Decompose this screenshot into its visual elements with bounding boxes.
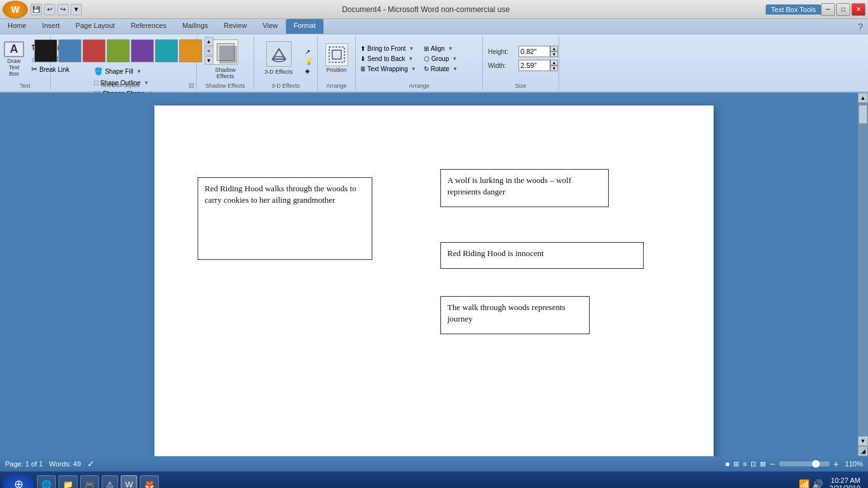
width-row: Width: ▲ ▼ [488,60,558,71]
width-spin-up[interactable]: ▲ [550,60,558,65]
three-d-icon [266,41,292,67]
shape-fill-button[interactable]: 🪣 Shape Fill ▼ [92,66,155,77]
undo-quick-btn[interactable]: ↩ [44,4,55,15]
scroll-down-arrow[interactable]: ▼ [858,436,868,446]
swatch-purple[interactable] [131,39,154,62]
taskbar-word[interactable]: W [121,475,137,488]
start-button[interactable]: ⊕ [3,474,34,488]
word-count: Words: 49 [49,460,81,468]
taskbar: ⊕ 🌐 📁 🎮 ⚠ W 🦊 📶 🔊 10:27 AM 2/21/2010 [0,471,868,488]
view-read-btn[interactable]: ≡ [743,460,747,468]
swatch-teal[interactable] [155,39,178,62]
width-input[interactable] [519,60,550,71]
scroll-up-arrow[interactable]: ▲ [858,93,868,103]
tab-review[interactable]: Review [216,19,255,34]
shadow-effects-label: Shadow Effects [209,67,242,80]
textbox-journey[interactable]: The walk through woods represents journe… [440,296,590,334]
view-normal-btn[interactable]: ■ [725,460,729,468]
textbox-styles-label: Text Box Styles ⊡ [51,82,196,89]
textbox-styles-expand[interactable]: ⊡ [189,82,194,89]
zoom-plus-btn[interactable]: + [834,459,839,469]
send-to-back-button[interactable]: ⬇ Send to Back ▼ [358,54,418,64]
close-button[interactable]: ✕ [851,3,865,16]
system-tray-icons: 📶 🔊 [795,479,827,488]
swatch-black[interactable] [34,39,57,62]
swatch-red[interactable] [83,39,105,62]
align-button[interactable]: ⊞ Align ▼ [422,44,459,53]
size-group: Height: ▲ ▼ Width: [483,36,559,90]
vertical-scrollbar[interactable]: ▲ ▼ ◢ [858,93,868,456]
group-button[interactable]: ⬡ Group ▼ [422,54,459,64]
three-d-label: 3-D Effects [264,69,292,76]
group-expand: ▼ [452,56,457,62]
rotate-expand: ▼ [452,66,458,72]
three-d-button[interactable]: 3-D Effects [257,39,301,78]
quick-access-toolbar: 💾 ↩ ↪ ▼ [31,4,82,15]
textbox-red-riding-hood-walks[interactable]: Red Riding Hood walks through the woods … [198,177,372,260]
context-tab-label: Text Box Tools [766,4,821,15]
arrange-col-1: ⬆ Bring to Front ▼ ⬇ Send to Back ▼ ≣ Te… [358,44,418,74]
height-spin-down[interactable]: ▼ [550,51,558,57]
position-group: Position Arrange [318,36,356,90]
bring-front-expand: ▼ [409,46,414,51]
three-d-group-label: 3-D Effects [254,83,317,89]
three-d-direction-btn[interactable]: ↗ [303,48,315,56]
document-area: Red Riding Hood walks through the woods … [0,93,868,456]
tab-home[interactable]: Home [0,19,34,34]
zoom-minus-btn[interactable]: − [770,459,775,469]
taskbar-ie[interactable]: 🌐 [37,475,56,488]
maximize-button[interactable]: □ [836,3,850,16]
height-spinner: ▲ ▼ [550,46,558,57]
three-d-sub-buttons: ↗ 💡 ◈ [303,43,315,75]
help-button[interactable]: ? [853,19,868,34]
office-button[interactable]: W [3,1,28,18]
taskbar-media[interactable]: 🎮 [80,475,99,488]
width-spin-down[interactable]: ▼ [550,65,558,71]
shadow-effects-button[interactable]: Shadow Effects [207,37,245,83]
draw-text-box-button[interactable]: A DrawText Box [3,39,25,78]
view-draft-btn[interactable]: ⊠ [760,460,766,468]
rotate-button[interactable]: ↻ Rotate ▼ [422,64,459,74]
minimize-button[interactable]: ─ [821,3,835,16]
taskbar-alert[interactable]: ⚠ [102,475,118,488]
width-input-container: ▲ ▼ [519,60,558,71]
textbox-wolf-lurking[interactable]: A wolf is lurking in the woods – wolf re… [440,169,609,207]
tab-insert[interactable]: Insert [34,19,68,34]
zoom-level[interactable]: 110% [845,460,863,468]
taskbar-clock[interactable]: 10:27 AM 2/21/2010 [829,477,865,488]
height-input[interactable] [519,46,550,57]
tab-format[interactable]: Format [286,19,324,34]
tab-view[interactable]: View [255,19,286,34]
rotate-label: Rotate [431,65,449,72]
view-outline-btn[interactable]: ⊡ [750,460,756,468]
tab-page-layout[interactable]: Page Layout [68,19,123,34]
textbox-innocent[interactable]: Red Riding Hood is innocent [440,242,644,269]
bring-to-front-button[interactable]: ⬆ Bring to Front ▼ [358,44,418,53]
redo-quick-btn[interactable]: ↪ [57,4,69,15]
swatch-blue[interactable] [58,39,81,62]
tab-mailings[interactable]: Mailings [175,19,216,34]
scroll-thumb[interactable] [858,105,867,124]
text-wrapping-button[interactable]: ≣ Text Wrapping ▼ [358,64,418,74]
arrange-col-2: ⊞ Align ▼ ⬡ Group ▼ ↻ Rotate ▼ [422,44,459,74]
proofing-icon[interactable]: ✓ [87,459,95,469]
align-label: Align [431,45,445,52]
shape-fill-icon: 🪣 [94,67,103,76]
three-d-lighting-btn[interactable]: 💡 [303,57,315,65]
taskbar-firefox[interactable]: 🦊 [140,475,159,488]
taskbar-explorer[interactable]: 📁 [58,475,78,488]
swatch-green[interactable] [107,39,130,62]
page-count: Page: 1 of 1 [5,460,43,468]
more-quick-btn[interactable]: ▼ [71,4,82,15]
tab-references[interactable]: References [123,19,175,34]
align-icon: ⊞ [424,45,429,52]
three-d-surface-btn[interactable]: ◈ [303,67,315,75]
view-web-btn[interactable]: ⊞ [733,460,739,468]
save-quick-btn[interactable]: 💾 [31,4,42,15]
text-box-styles-group: ▲ ≡ ▼ 🪣 Shape Fill ▼ □ Shape Outline ▼ [51,36,197,90]
height-row: Height: ▲ ▼ [488,46,558,57]
height-spin-up[interactable]: ▲ [550,46,558,51]
zoom-slider[interactable] [779,461,830,466]
send-back-expand: ▼ [408,56,413,62]
position-button[interactable]: Position [321,41,353,76]
